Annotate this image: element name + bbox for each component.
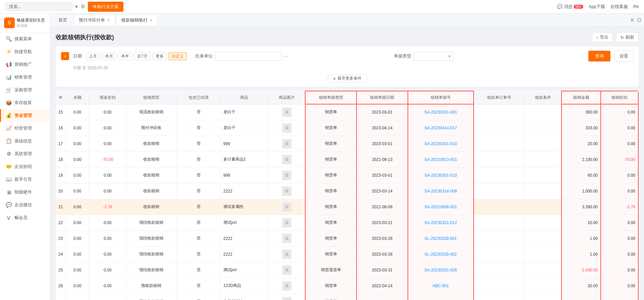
expand-more-btn[interactable]: ∨ 展开更多条件	[327, 74, 367, 83]
td-bill-no[interactable]: SL-20230328-002	[408, 246, 474, 262]
tab-home[interactable]: 首页	[53, 15, 72, 25]
td-bill-no[interactable]: SL-20230408-001	[408, 294, 474, 300]
sidebar-item-12[interactable]: 🖥智能硬件	[0, 186, 50, 199]
bill-no-link[interactable]: SA-20230314-008	[424, 189, 457, 194]
td-bill-no[interactable]: SL-20230328-001	[408, 230, 474, 246]
bill-no-link[interactable]: SL-20230328-001	[425, 236, 457, 241]
settings-icon[interactable]: ⚙	[80, 3, 85, 10]
date-filter-label: 日期	[73, 53, 82, 59]
window-maximize-icon[interactable]: ⊡	[637, 17, 641, 23]
td-include-settled: 否	[177, 152, 221, 167]
td-receipt-condition	[524, 294, 561, 300]
sidebar-item-11[interactable]: 📖新手引导	[0, 173, 50, 186]
sidebar-item-6[interactable]: 💰资金管理	[0, 109, 50, 122]
date-btn-7days[interactable]: 近7天	[134, 52, 151, 60]
bill-no-link[interactable]: SA-20230301-010	[424, 141, 457, 146]
td-receipt-order-no	[474, 294, 525, 300]
td-receipt-condition	[524, 246, 561, 262]
tab-prepayment[interactable]: 预付冲应付单 ✕	[74, 15, 115, 25]
bill-no-link[interactable]: SA-20230301-001	[424, 110, 457, 115]
online-service-link[interactable]: 在线客服	[610, 4, 628, 10]
td-cancel-type: 预收款核销	[126, 278, 177, 294]
td-bill-date: 2021-08-08	[357, 199, 408, 215]
tab-prepayment-label: 预付冲应付单	[79, 17, 105, 23]
td-cancel-type: 现流收款核销	[126, 104, 177, 120]
bill-no-link[interactable]: SA-20230331-026	[424, 268, 457, 272]
bill-no-link[interactable]: SA-20230301-010	[424, 173, 457, 178]
sidebar-item-7[interactable]: 📈经营管理	[0, 122, 50, 135]
product-img: 🖼	[282, 171, 291, 180]
dropdown-icon[interactable]: ▾	[75, 3, 78, 10]
td-bill-category: 销货单	[305, 167, 357, 183]
sidebar-item-1[interactable]: ⚡快捷导航	[0, 45, 50, 58]
sidebar-item-10[interactable]: 🤝企业协同	[0, 160, 50, 173]
refresh-btn[interactable]: ↻ 刷新	[616, 32, 639, 42]
td-bill-no[interactable]: SA-20230314-008	[408, 183, 474, 199]
settings-filter-btn[interactable]: 设置	[614, 50, 633, 62]
sidebar-item-0[interactable]: 🔍搜索菜单	[0, 33, 50, 45]
notification-area[interactable]: 💬 消息 99+	[557, 4, 583, 10]
td-balance: 0.00	[66, 104, 89, 120]
td-bill-category: 销货单	[305, 246, 357, 262]
sidebar-item-9[interactable]: ⚙系统管理	[0, 147, 50, 160]
td-cancel-type: 收款核销	[126, 152, 177, 167]
sidebar-item-13[interactable]: 💬企业微信	[0, 199, 50, 211]
app-download-link[interactable]: App下载	[589, 4, 605, 10]
td-num: 24	[56, 246, 66, 262]
td-balance: 0.00	[66, 294, 89, 300]
filter-expand-btn[interactable]: »	[61, 52, 69, 60]
sidebar-logo: 6 畅捷通谊好生意 标准版	[0, 13, 50, 33]
td-bill-no[interactable]: SA-20230414-017	[408, 120, 474, 136]
sidebar-item-2[interactable]: 📢营销推广	[0, 58, 50, 71]
td-receipt-condition	[524, 183, 561, 199]
bill-type-select[interactable]	[413, 52, 453, 61]
td-bill-no[interactable]: SA-20210813-001	[408, 152, 474, 167]
date-btn-this-year[interactable]: 本年	[118, 52, 132, 60]
td-bill-no[interactable]: SA-20230301-010	[408, 136, 474, 152]
tab-receipt-cancel[interactable]: 收款核销执行 ✕	[116, 15, 158, 26]
tab-receipt-cancel-close[interactable]: ✕	[150, 18, 153, 23]
bill-no-link[interactable]: SA-20210808-001	[424, 205, 457, 209]
counterparty-input[interactable]	[215, 52, 282, 61]
table-row: 19 0.00 0.00 收款核销 否 999 🖼 销货单 2023-03-01…	[56, 167, 638, 183]
td-receipt-order-no	[474, 230, 525, 246]
sidebar-item-3[interactable]: 📊销售管理	[0, 71, 50, 84]
bill-no-link[interactable]: SA-20230321-012	[424, 220, 457, 225]
sidebar-item-4[interactable]: 🛒采购管理	[0, 84, 50, 96]
bill-no-link[interactable]: SA-20230414-017	[424, 126, 457, 130]
top-search-input[interactable]	[5, 2, 72, 11]
td-product-img: 🖼	[268, 294, 305, 300]
td-cancel-amount: 1.00	[561, 230, 601, 246]
td-bill-no[interactable]: SA-20230331-026	[408, 262, 474, 278]
export-btn[interactable]: ↑ 导出	[592, 32, 613, 42]
td-bill-category: 销货单	[305, 152, 357, 167]
date-btn-this-month[interactable]: 本月	[102, 52, 116, 60]
td-bill-no[interactable]: SA-20230301-001	[408, 104, 474, 120]
bill-no-link[interactable]: SA-20210813-001	[424, 157, 457, 162]
td-bill-no[interactable]: ABC-001	[408, 278, 474, 294]
date-btn-last-month[interactable]: 上月	[86, 52, 100, 60]
th-cancel-amount: 核销金额	[561, 91, 601, 104]
td-bill-no[interactable]: SA-20230321-012	[408, 215, 474, 230]
date-btn-custom[interactable]: 自定义	[169, 52, 187, 60]
date-btn-more[interactable]: 更多	[153, 52, 167, 60]
product-img: 🖼	[282, 139, 291, 148]
bill-no-link[interactable]: SL-20230328-002	[425, 252, 457, 257]
tab-prepayment-close[interactable]: ✕	[107, 18, 110, 23]
window-close-icon[interactable]: ✕	[630, 17, 634, 23]
th-settings[interactable]: ⚙	[56, 91, 66, 104]
query-btn[interactable]: 查询	[588, 51, 610, 61]
td-bill-no[interactable]: SA-20210808-001	[408, 199, 474, 215]
td-cancel-type: 收款核销	[126, 136, 177, 152]
table-row: 18 0.00 -70.00 收款核销 否 多计量商品2 🖼 销货单 2021-…	[56, 152, 638, 167]
counterparty-dots[interactable]: ···	[284, 53, 289, 60]
sidebar-item-14[interactable]: V畅会员	[0, 211, 50, 224]
td-include-settled: 否	[177, 167, 221, 183]
table-row: 27 0.00 0.00 现结收款核销 否 衣服00001 🖼 销货单 2023…	[56, 294, 638, 300]
bill-no-link[interactable]: ABC-001	[432, 284, 449, 288]
solution-btn[interactable]: 休验行业方案	[88, 2, 123, 12]
sidebar-item-5[interactable]: 📦库存核算	[0, 96, 50, 109]
td-bill-no[interactable]: SA-20230301-010	[408, 167, 474, 183]
td-product-img: 🖼	[268, 246, 305, 262]
sidebar-item-8[interactable]: 📋基础信息	[0, 135, 50, 147]
